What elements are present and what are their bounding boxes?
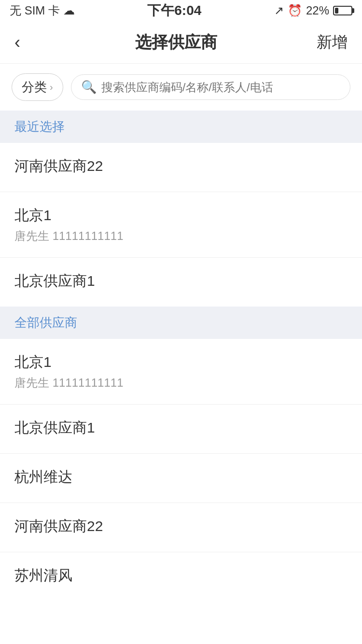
recent-items-list: 河南供应商22北京1唐先生 11111111111北京供应商1 [0, 143, 362, 307]
add-button[interactable]: 新增 [309, 32, 348, 53]
supplier-name: 北京供应商1 [14, 418, 348, 438]
category-button[interactable]: 分类 › [12, 73, 63, 101]
status-right: ↗ ⏰ 22% [274, 4, 352, 17]
supplier-name: 北京供应商1 [14, 271, 348, 291]
search-box[interactable]: 🔍 [71, 74, 350, 100]
list-item[interactable]: 杭州维达 [0, 454, 362, 503]
supplier-name: 苏州清风 [14, 566, 348, 586]
supplier-sub: 唐先生 11111111111 [14, 228, 348, 244]
supplier-name: 杭州维达 [14, 467, 348, 487]
list-item[interactable]: 北京1唐先生 11111111111 [0, 339, 362, 405]
list-item[interactable]: 苏州清风 [0, 552, 362, 601]
alarm-icon: ⏰ [288, 4, 302, 17]
battery-percent: 22% [306, 4, 329, 17]
status-time: 下午6:04 [147, 1, 201, 20]
status-left: 无 SIM 卡 ☁ [10, 3, 75, 18]
list-item[interactable]: 河南供应商22 [0, 503, 362, 552]
supplier-name: 河南供应商22 [14, 156, 348, 176]
filter-bar: 分类 › 🔍 [0, 64, 362, 111]
list-item[interactable]: 北京供应商1 [0, 405, 362, 454]
recent-section-label: 最近选择 [14, 119, 65, 134]
all-items-list: 北京1唐先生 11111111111北京供应商1杭州维达河南供应商22苏州清风 [0, 339, 362, 601]
sim-status: 无 SIM 卡 ☁ [10, 3, 75, 18]
search-icon: 🔍 [81, 80, 97, 95]
supplier-name: 北京1 [14, 206, 348, 225]
list-item[interactable]: 北京供应商1 [0, 258, 362, 307]
supplier-name: 河南供应商22 [14, 517, 348, 536]
location-icon: ↗ [274, 4, 284, 17]
chevron-right-icon: › [50, 82, 53, 93]
search-input[interactable] [101, 81, 340, 94]
supplier-name: 北京1 [14, 352, 348, 372]
all-section-header: 全部供应商 [0, 307, 362, 339]
category-label: 分类 [22, 79, 47, 96]
supplier-sub: 唐先生 11111111111 [14, 375, 348, 391]
nav-bar: ‹ 选择供应商 新增 [0, 21, 362, 64]
page-title: 选择供应商 [135, 31, 217, 54]
battery-icon [333, 6, 352, 15]
list-item[interactable]: 北京1唐先生 11111111111 [0, 192, 362, 258]
status-bar: 无 SIM 卡 ☁ 下午6:04 ↗ ⏰ 22% [0, 0, 362, 21]
recent-section-header: 最近选择 [0, 111, 362, 143]
back-button[interactable]: ‹ [14, 32, 43, 53]
all-section-label: 全部供应商 [14, 315, 77, 330]
list-item[interactable]: 河南供应商22 [0, 143, 362, 192]
